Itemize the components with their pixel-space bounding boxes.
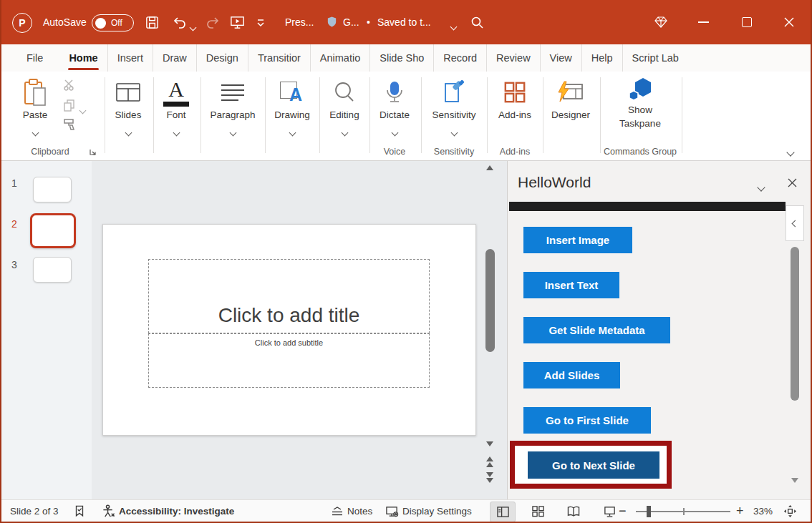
slide[interactable]: Click to add title Click to add subtitle bbox=[102, 224, 476, 436]
taskpane-close-icon[interactable] bbox=[787, 177, 798, 188]
taskpane-scrollbar-thumb[interactable] bbox=[791, 247, 799, 401]
group-separator bbox=[543, 77, 543, 153]
zoom-in-icon[interactable]: + bbox=[736, 500, 744, 522]
undo-menu-chevron-icon[interactable] bbox=[190, 20, 195, 33]
proofing-icon[interactable] bbox=[73, 500, 86, 522]
editing-button[interactable]: Editing bbox=[322, 76, 367, 138]
tab-script-lab[interactable]: Script Lab bbox=[622, 44, 688, 72]
redo-icon[interactable] bbox=[205, 15, 221, 31]
tab-insert[interactable]: Insert bbox=[107, 44, 153, 72]
qat-overflow-icon[interactable] bbox=[255, 17, 266, 29]
reading-view-icon[interactable] bbox=[561, 502, 586, 521]
addin-header-bar bbox=[509, 202, 786, 211]
notes-button[interactable]: Notes bbox=[331, 500, 372, 522]
get-slide-metadata-button[interactable]: Get Slide Metadata bbox=[523, 317, 670, 343]
slides-icon bbox=[106, 76, 150, 109]
save-icon[interactable] bbox=[145, 15, 160, 30]
dictate-button[interactable]: Dictate bbox=[372, 76, 417, 138]
commands-group-label: Commands Group bbox=[600, 147, 680, 157]
scroll-up-icon[interactable] bbox=[486, 165, 493, 170]
format-painter-icon[interactable] bbox=[62, 117, 77, 132]
add-ins-button[interactable]: Add-ins bbox=[491, 76, 538, 122]
copy-chevron-icon[interactable] bbox=[80, 103, 85, 116]
minimize-icon[interactable] bbox=[698, 21, 709, 23]
group-separator bbox=[200, 77, 201, 153]
tab-help[interactable]: Help bbox=[581, 44, 622, 72]
tab-design[interactable]: Design bbox=[196, 44, 248, 72]
show-taskpane-icon bbox=[613, 76, 667, 103]
tab-slide-show[interactable]: Slide Sho bbox=[369, 44, 433, 72]
cut-icon[interactable] bbox=[63, 79, 76, 92]
paste-chevron-icon bbox=[17, 125, 53, 138]
tab-view[interactable]: View bbox=[540, 44, 581, 72]
editor-scrollbar-thumb[interactable] bbox=[485, 249, 495, 352]
font-button[interactable]: A Font bbox=[155, 76, 198, 138]
slideshow-view-icon[interactable] bbox=[597, 502, 622, 521]
close-icon[interactable] bbox=[783, 16, 795, 28]
slides-chevron-icon bbox=[106, 125, 150, 138]
taskpane-menu-chevron-icon[interactable] bbox=[758, 180, 764, 193]
slide-thumbnail-3[interactable] bbox=[33, 257, 72, 283]
insert-image-button[interactable]: Insert Image bbox=[523, 227, 632, 253]
title-placeholder[interactable]: Click to add title bbox=[148, 259, 430, 333]
tab-review[interactable]: Review bbox=[486, 44, 540, 72]
saved-status-chevron-icon[interactable] bbox=[451, 19, 456, 32]
title-bar: P AutoSave Off bbox=[0, 0, 812, 44]
display-settings-button[interactable]: Display Settings bbox=[385, 500, 472, 522]
next-slide-icon[interactable] bbox=[486, 472, 493, 483]
zoom-slider-thumb[interactable] bbox=[647, 506, 651, 517]
zoom-out-icon[interactable]: − bbox=[619, 500, 627, 522]
designer-button[interactable]: Designer bbox=[546, 76, 596, 122]
fit-slide-icon[interactable] bbox=[778, 502, 802, 521]
dialog-launcher-icon[interactable] bbox=[89, 148, 97, 156]
accessibility-status[interactable]: Accessibility: Investigate bbox=[102, 500, 234, 522]
paste-button[interactable]: Paste bbox=[17, 76, 53, 138]
collapse-ribbon-icon[interactable] bbox=[788, 145, 793, 158]
protection-shield-icon bbox=[326, 15, 338, 29]
go-to-next-slide-button[interactable]: Go to Next Slide bbox=[528, 451, 659, 479]
go-to-first-slide-button[interactable]: Go to First Slide bbox=[523, 407, 651, 434]
show-taskpane-button[interactable]: Show Taskpane bbox=[613, 76, 667, 130]
scroll-down-icon[interactable] bbox=[486, 441, 493, 446]
tab-animations[interactable]: Animatio bbox=[310, 44, 369, 72]
thumbnail-number: 3 bbox=[11, 259, 17, 270]
taskpane-collapse-icon[interactable] bbox=[786, 205, 804, 241]
zoom-level[interactable]: 33% bbox=[753, 500, 773, 522]
slide-thumbnail-1[interactable] bbox=[33, 177, 72, 202]
insert-text-button[interactable]: Insert Text bbox=[523, 272, 619, 298]
copy-icon[interactable] bbox=[62, 99, 76, 112]
slide-thumbnail-2-selected[interactable] bbox=[30, 213, 76, 248]
normal-view-button[interactable] bbox=[490, 502, 516, 522]
undo-icon[interactable] bbox=[172, 15, 188, 31]
ribbon: Paste Clipboard bbox=[1, 72, 811, 161]
slides-button[interactable]: Slides bbox=[106, 76, 150, 138]
group-separator bbox=[319, 77, 320, 153]
drawing-icon: A bbox=[269, 76, 315, 109]
tab-draw[interactable]: Draw bbox=[153, 44, 196, 72]
dictate-icon bbox=[372, 76, 417, 109]
search-icon[interactable] bbox=[470, 15, 484, 29]
subtitle-placeholder[interactable]: Click to add subtitle bbox=[148, 333, 430, 388]
tab-file[interactable]: File bbox=[17, 44, 52, 72]
tab-record[interactable]: Record bbox=[433, 44, 486, 72]
add-slides-button[interactable]: Add Slides bbox=[523, 362, 620, 388]
taskpane-scroll-down-icon[interactable] bbox=[791, 478, 798, 483]
group-separator bbox=[369, 77, 370, 153]
sensitivity-button[interactable]: Sensitivity bbox=[427, 76, 481, 138]
previous-slide-icon[interactable] bbox=[486, 456, 493, 467]
drawing-button[interactable]: A Drawing bbox=[269, 76, 315, 138]
maximize-icon[interactable] bbox=[742, 17, 752, 27]
designer-icon bbox=[546, 76, 596, 109]
tab-home[interactable]: Home bbox=[59, 44, 107, 72]
status-bar: Slide 2 of 3 Accessibility: Investigate … bbox=[1, 499, 811, 522]
autosave-label: AutoSave bbox=[43, 16, 87, 28]
paragraph-button[interactable]: Paragraph bbox=[205, 76, 261, 138]
start-slideshow-icon[interactable] bbox=[229, 14, 246, 31]
dictate-chevron-icon bbox=[372, 125, 417, 138]
tab-transitions[interactable]: Transitior bbox=[248, 44, 310, 72]
saved-status[interactable]: Saved to t... bbox=[377, 16, 431, 28]
premium-icon[interactable] bbox=[654, 15, 668, 29]
slide-sorter-icon[interactable] bbox=[526, 502, 550, 521]
autosave-toggle[interactable]: Off bbox=[92, 14, 134, 31]
ribbon-tab-bar: File Home Insert Draw Design Transitior … bbox=[1, 44, 812, 72]
